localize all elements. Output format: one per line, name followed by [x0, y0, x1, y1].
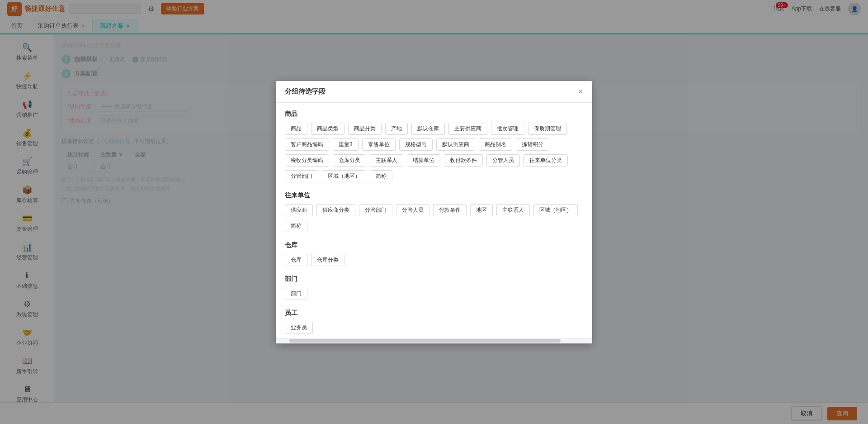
field-supplier-category[interactable]: 供应商分类 — [316, 204, 355, 216]
section-warehouse-title: 仓库 — [285, 241, 583, 249]
field-weight3[interactable]: 重量3 — [333, 138, 359, 151]
section-partners-title: 往来单位 — [285, 191, 583, 200]
modal-horizontal-scrollbar[interactable] — [276, 338, 592, 343]
field-dept[interactable]: 分管部门 — [359, 204, 392, 216]
field-salesperson[interactable]: 业务员 — [285, 322, 313, 334]
field-warehouse-category[interactable]: 仓库分类 — [333, 154, 366, 167]
field-supplier[interactable]: 供应商 — [285, 204, 313, 216]
warehouse-field-grid: 仓库 仓库分类 — [285, 254, 583, 266]
field-partner-category[interactable]: 往来单位分类 — [524, 154, 568, 167]
employee-field-grid: 业务员 — [285, 322, 583, 334]
field-abbr[interactable]: 简称 — [370, 170, 392, 182]
modal-dialog: 分组待选字段 ✕ 商品 商品 商品类型 商品分类 产地 默认仓库 主要供应商 批… — [276, 81, 592, 343]
section-product: 商品 商品 商品类型 商品分类 产地 默认仓库 主要供应商 批次管理 保质期管理… — [285, 110, 583, 182]
field-payment-condition[interactable]: 付款条件 — [433, 204, 467, 216]
section-employee-title: 员工 — [285, 309, 583, 317]
modal-header: 分组待选字段 ✕ — [276, 81, 592, 103]
field-default-warehouse[interactable]: 默认仓库 — [411, 123, 445, 135]
field-person[interactable]: 分管人员 — [396, 204, 429, 216]
field-spec-model[interactable]: 规格型号 — [399, 138, 433, 151]
field-main-supplier[interactable]: 主要供应商 — [448, 123, 487, 135]
field-tax-code[interactable]: 税收分类编码 — [285, 154, 329, 167]
field-pick-points[interactable]: 拣货积分 — [516, 138, 549, 151]
field-region-area[interactable]: 区域（地区） — [322, 170, 366, 182]
field-warehouse[interactable]: 仓库 — [285, 254, 307, 266]
field-product-type[interactable]: 商品类型 — [311, 123, 344, 135]
modal-title: 分组待选字段 — [285, 87, 326, 96]
field-product[interactable]: 商品 — [285, 123, 307, 135]
field-expiry-mgmt[interactable]: 保质期管理 — [528, 123, 567, 135]
field-managing-dept[interactable]: 分管部门 — [285, 170, 318, 182]
field-main-contact2[interactable]: 主联系人 — [496, 204, 530, 216]
section-product-title: 商品 — [285, 110, 583, 118]
section-employee: 员工 业务员 — [285, 309, 583, 334]
modal-body: 商品 商品 商品类型 商品分类 产地 默认仓库 主要供应商 批次管理 保质期管理… — [276, 103, 592, 338]
field-main-contact[interactable]: 主联系人 — [370, 154, 403, 167]
field-product-category[interactable]: 商品分类 — [348, 123, 382, 135]
field-product-alias[interactable]: 商品别名 — [479, 138, 512, 151]
modal-close-button[interactable]: ✕ — [577, 87, 583, 96]
partners-field-grid: 供应商 供应商分类 分管部门 分管人员 付款条件 地区 主联系人 区域（地区） … — [285, 204, 583, 232]
modal-hscroll-thumb — [289, 339, 561, 343]
field-default-supplier[interactable]: 默认供应商 — [436, 138, 475, 151]
field-region2[interactable]: 区域（地区） — [533, 204, 578, 216]
field-abbr2[interactable]: 简称 — [285, 220, 307, 232]
field-supervisor[interactable]: 分管人员 — [486, 154, 520, 167]
field-batch-mgmt[interactable]: 批次管理 — [491, 123, 524, 135]
field-department[interactable]: 部门 — [285, 288, 307, 300]
field-settlement-unit[interactable]: 结算单位 — [407, 154, 440, 167]
field-customer-product-code[interactable]: 客户商品编码 — [285, 138, 329, 151]
field-district[interactable]: 地区 — [470, 204, 493, 216]
field-warehouse-cat[interactable]: 仓库分类 — [311, 254, 344, 266]
field-payment-terms[interactable]: 收付款条件 — [444, 154, 483, 167]
section-department-title: 部门 — [285, 275, 583, 283]
section-warehouse: 仓库 仓库 仓库分类 — [285, 241, 583, 266]
field-origin[interactable]: 产地 — [385, 123, 408, 135]
section-partners: 往来单位 供应商 供应商分类 分管部门 分管人员 付款条件 地区 主联系人 区域… — [285, 191, 583, 232]
department-field-grid: 部门 — [285, 288, 583, 300]
section-department: 部门 部门 — [285, 275, 583, 300]
product-field-grid: 商品 商品类型 商品分类 产地 默认仓库 主要供应商 批次管理 保质期管理 客户… — [285, 123, 583, 182]
field-retail-unit[interactable]: 零售单位 — [362, 138, 396, 151]
